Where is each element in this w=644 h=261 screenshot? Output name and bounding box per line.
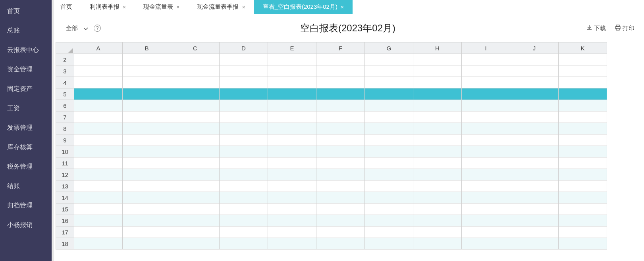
cell[interactable] (220, 134, 268, 146)
tab[interactable]: 现金流量表季报× (188, 0, 254, 14)
cell[interactable] (220, 238, 268, 249)
cell[interactable] (220, 65, 268, 77)
cell[interactable] (365, 215, 413, 226)
cell[interactable] (74, 54, 123, 65)
cell[interactable] (365, 111, 413, 123)
cell[interactable] (74, 238, 123, 249)
cell[interactable] (413, 134, 462, 146)
cell[interactable] (510, 169, 559, 180)
cell[interactable] (510, 192, 559, 203)
cell[interactable] (462, 111, 510, 123)
row-header[interactable]: 3 (56, 65, 74, 77)
cell[interactable] (413, 203, 462, 215)
cell[interactable] (171, 180, 220, 192)
cell[interactable] (316, 134, 365, 146)
cell[interactable] (268, 215, 316, 226)
cell[interactable] (365, 180, 413, 192)
column-header[interactable]: B (123, 42, 171, 54)
cell[interactable] (268, 192, 316, 203)
cell[interactable] (559, 215, 607, 226)
cell[interactable] (510, 180, 559, 192)
cell[interactable] (268, 111, 316, 123)
cell[interactable] (462, 100, 510, 111)
cell[interactable] (316, 54, 365, 65)
select-all-corner[interactable] (56, 42, 74, 54)
cell[interactable] (220, 215, 268, 226)
cell[interactable] (413, 226, 462, 238)
cell[interactable] (316, 180, 365, 192)
row-header[interactable]: 16 (56, 215, 74, 226)
cell[interactable] (365, 226, 413, 238)
cell[interactable] (171, 157, 220, 169)
cell[interactable] (462, 54, 510, 65)
cell[interactable] (365, 123, 413, 134)
cell[interactable] (123, 134, 171, 146)
cell[interactable] (510, 215, 559, 226)
cell[interactable] (268, 226, 316, 238)
cell[interactable] (413, 215, 462, 226)
cell[interactable] (462, 192, 510, 203)
cell[interactable] (220, 146, 268, 157)
cell[interactable] (559, 146, 607, 157)
cell[interactable] (413, 77, 462, 88)
cell[interactable] (316, 215, 365, 226)
cell[interactable] (220, 111, 268, 123)
cell[interactable] (171, 203, 220, 215)
cell[interactable] (123, 65, 171, 77)
cell[interactable] (74, 226, 123, 238)
cell[interactable] (413, 111, 462, 123)
cell[interactable] (462, 157, 510, 169)
cell[interactable] (462, 123, 510, 134)
cell[interactable] (413, 123, 462, 134)
cell[interactable] (220, 226, 268, 238)
cell[interactable] (510, 157, 559, 169)
cell[interactable] (559, 88, 607, 100)
cell[interactable] (510, 203, 559, 215)
cell[interactable] (365, 169, 413, 180)
cell[interactable] (171, 100, 220, 111)
cell[interactable] (413, 192, 462, 203)
cell[interactable] (171, 134, 220, 146)
cell[interactable] (268, 88, 316, 100)
sidebar-item[interactable]: 库存核算 (0, 138, 52, 157)
cell[interactable] (74, 65, 123, 77)
cell[interactable] (123, 180, 171, 192)
cell[interactable] (268, 180, 316, 192)
sidebar-item[interactable]: 发票管理 (0, 118, 52, 138)
row-header[interactable]: 6 (56, 100, 74, 111)
cell[interactable] (316, 88, 365, 100)
column-header[interactable]: D (220, 42, 268, 54)
cell[interactable] (510, 238, 559, 249)
cell[interactable] (268, 146, 316, 157)
cell[interactable] (220, 54, 268, 65)
row-header[interactable]: 9 (56, 134, 74, 146)
cell[interactable] (171, 54, 220, 65)
cell[interactable] (74, 77, 123, 88)
cell[interactable] (268, 134, 316, 146)
cell[interactable] (123, 169, 171, 180)
column-header[interactable]: F (316, 42, 365, 54)
cell[interactable] (462, 215, 510, 226)
cell[interactable] (462, 134, 510, 146)
cell[interactable] (74, 169, 123, 180)
column-header[interactable]: A (74, 42, 123, 54)
print-button[interactable]: 打印 (615, 25, 634, 32)
cell[interactable] (316, 100, 365, 111)
cell[interactable] (413, 146, 462, 157)
cell[interactable] (171, 215, 220, 226)
cell[interactable] (462, 203, 510, 215)
cell[interactable] (365, 192, 413, 203)
cell[interactable] (365, 146, 413, 157)
row-header[interactable]: 18 (56, 238, 74, 249)
cell[interactable] (74, 180, 123, 192)
cell[interactable] (220, 157, 268, 169)
cell[interactable] (559, 180, 607, 192)
cell[interactable] (171, 77, 220, 88)
cell[interactable] (123, 157, 171, 169)
cell[interactable] (74, 100, 123, 111)
column-header[interactable]: C (171, 42, 220, 54)
cell[interactable] (316, 203, 365, 215)
close-icon[interactable]: × (242, 4, 245, 10)
cell[interactable] (220, 123, 268, 134)
row-header[interactable]: 4 (56, 77, 74, 88)
